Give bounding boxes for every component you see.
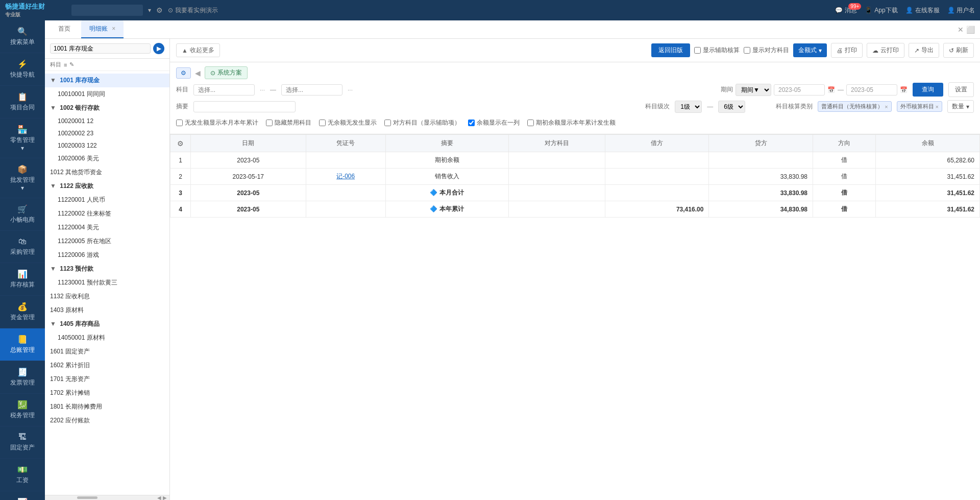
sidebar-item-ecommerce[interactable]: 🛒 小畅电商 — [0, 198, 45, 231]
sidebar-item-contracts[interactable]: 📋 项目合同 — [0, 86, 45, 118]
sidebar-item-quicknav[interactable]: ⚡ 快捷导航 — [0, 53, 45, 86]
checkbox-no-balance-input[interactable] — [319, 120, 326, 126]
tab-close-btn[interactable]: × — [112, 25, 115, 32]
quantity-btn[interactable]: 数量▾ — [947, 100, 974, 113]
account-item-11220006[interactable]: 11220006 游戏 — [45, 248, 169, 262]
checkbox-hide-disabled[interactable]: 隐藏禁用科目 — [266, 118, 311, 127]
sidebar-item-assets[interactable]: 🏗 固定资产 — [0, 426, 45, 459]
sidebar-item-wholesale[interactable]: 📦 批发管理 ▾ — [0, 158, 45, 198]
topbar-search-input[interactable] — [71, 5, 143, 16]
account-item-10010001[interactable]: 10010001 同同同 — [45, 87, 169, 101]
refresh-btn[interactable]: ↺ 刷新 — [943, 43, 974, 58]
account-item-11220004[interactable]: 11220004 美元 — [45, 221, 169, 234]
collapse-arrow[interactable]: ◀ — [195, 69, 201, 77]
subject-input[interactable] — [193, 84, 255, 96]
account-item-10020001[interactable]: 10020001 12 — [45, 115, 169, 127]
account-item-1001[interactable]: ▼ 1001 库存现金 — [45, 74, 169, 87]
print-btn[interactable]: 🖨 打印 — [831, 43, 863, 58]
account-item-11220002[interactable]: 11220002 往来标签 — [45, 207, 169, 221]
account-item-1701[interactable]: 1701 无形资产 — [45, 372, 169, 386]
account-item-1602[interactable]: 1602 累计折旧 — [45, 359, 169, 372]
checkbox-contra-subject[interactable]: 对方科目（显示辅助项） — [384, 118, 460, 127]
tab-ledger[interactable]: 明细账 × — [81, 20, 124, 38]
account-item-1801[interactable]: 1801 长期待摊费用 — [45, 400, 169, 414]
account-item-1123[interactable]: ▼ 1123 预付款 — [45, 262, 169, 276]
voucher-link-2[interactable]: 记-006 — [336, 173, 355, 180]
message-btn[interactable]: 💬 消息 99+ — [835, 6, 857, 15]
account-item-1132[interactable]: 1132 应收利息 — [45, 290, 169, 303]
show-aux-checkbox[interactable] — [694, 47, 701, 54]
summary-input[interactable] — [193, 101, 296, 112]
query-btn[interactable]: 查询 — [913, 83, 943, 97]
checkbox-hide-disabled-input[interactable] — [266, 120, 273, 126]
checkbox-no-balance[interactable]: 无余额无发生显示 — [319, 118, 377, 127]
account-item-11220001[interactable]: 11220001 人民币 — [45, 193, 169, 207]
account-item-11220005[interactable]: 11220005 所在地区 — [45, 234, 169, 248]
demo-link[interactable]: ⊙ 我要看实例演示 — [168, 6, 218, 15]
sidebar-item-retail[interactable]: 🏪 零售管理 ▾ — [0, 118, 45, 158]
account-item-1002[interactable]: ▼ 1002 银行存款 — [45, 101, 169, 115]
account-edit-icon[interactable]: ✎ — [69, 61, 74, 68]
tab-maximize-icon[interactable]: ⬜ — [966, 26, 975, 34]
sidebar-item-purchase[interactable]: 🛍 采购管理 — [0, 231, 45, 263]
sidebar-item-capital[interactable]: 💰 资金管理 — [0, 296, 45, 328]
account-item-1601[interactable]: 1601 固定资产 — [45, 345, 169, 359]
sidebar-item-salary[interactable]: 💵 工资 — [0, 459, 45, 491]
account-menu-icon[interactable]: ≡ — [64, 62, 67, 68]
settings-btn[interactable]: 设置 — [948, 82, 974, 97]
account-item-2202[interactable]: 2202 应付账款 — [45, 414, 169, 427]
user-menu[interactable]: 👤 用户名 — [947, 6, 975, 15]
checkbox-no-amount[interactable]: 无发生额显示本月本年累计 — [176, 118, 258, 127]
show-contra-checkbox[interactable] — [744, 47, 750, 54]
topbar-settings-icon[interactable]: ⚙ — [156, 6, 163, 14]
currency-mode-btn[interactable]: 金额式 ▾ — [793, 43, 827, 57]
level-end-select[interactable]: 6级 5级 4级 — [718, 101, 745, 113]
checkbox-opening-ytd-input[interactable] — [527, 120, 534, 126]
account-item-1702[interactable]: 1702 累计摊销 — [45, 386, 169, 400]
sidebar-item-search[interactable]: 🔍 搜索菜单 — [0, 20, 45, 53]
checkbox-balance-one-col[interactable]: 余额显示在一列 — [468, 118, 520, 127]
scroll-left-btn[interactable]: ◀ — [157, 495, 161, 500]
account-item-10020002[interactable]: 10020002 23 — [45, 127, 169, 139]
period-cal-icon[interactable]: 📅 — [827, 86, 835, 93]
account-item-14050001[interactable]: 14050001 原材料 — [45, 331, 169, 345]
account-item-1012[interactable]: 1012 其他货币资金 — [45, 165, 169, 179]
scroll-right-btn[interactable]: ▶ — [163, 495, 167, 500]
tab-close-window-icon[interactable]: ✕ — [958, 26, 964, 34]
account-item-10020003[interactable]: 10020003 122 — [45, 139, 169, 152]
filter-settings-btn[interactable]: ⚙ — [176, 67, 191, 79]
account-scrollbar[interactable]: ◀ ▶ — [45, 495, 169, 500]
sidebar-item-invoice[interactable]: 🧾 发票管理 — [0, 361, 45, 394]
table-settings-btn[interactable]: ⚙ — [177, 139, 184, 148]
account-item-1403[interactable]: 1403 原材料 — [45, 303, 169, 317]
filter-tag-foreign-close[interactable]: × — [936, 104, 939, 110]
period-start-input[interactable] — [774, 84, 825, 96]
level-start-select[interactable]: 1级 2级 3级 — [675, 101, 702, 113]
sidebar-item-ledger[interactable]: 📒 总账管理 — [0, 328, 45, 361]
system-scheme-btn[interactable]: ⊙ 系统方案 — [205, 66, 248, 79]
sidebar-item-tax[interactable]: 💹 税务管理 — [0, 394, 45, 426]
account-item-10020006[interactable]: 10020006 美元 — [45, 152, 169, 165]
show-contra-checkbox-label[interactable]: 显示对方科目 — [744, 46, 789, 55]
cloud-print-btn[interactable]: ☁ 云打印 — [867, 43, 904, 58]
account-item-11230001[interactable]: 11230001 预付款黄三 — [45, 276, 169, 290]
checkbox-no-amount-input[interactable] — [176, 120, 183, 126]
return-old-btn[interactable]: 返回旧版 — [651, 43, 690, 57]
app-download-btn[interactable]: 📱 App下载 — [865, 6, 897, 15]
checkbox-opening-ytd[interactable]: 期初余额显示本年累计发生额 — [527, 118, 616, 127]
show-aux-checkbox-label[interactable]: 显示辅助核算 — [694, 46, 740, 55]
period-type-select[interactable]: 期间▼ — [736, 84, 771, 96]
service-btn[interactable]: 👤 在线客服 — [905, 6, 940, 15]
checkbox-balance-one-col-input[interactable] — [468, 120, 475, 126]
sidebar-item-operations[interactable]: 📈 经营管理 — [0, 491, 45, 500]
subject-input-end[interactable] — [281, 84, 342, 96]
account-item-1122[interactable]: ▼ 1122 应收款 — [45, 179, 169, 193]
tab-home[interactable]: 首页 — [50, 20, 79, 38]
export-btn[interactable]: ↗ 导出 — [909, 43, 939, 58]
period-end-input[interactable] — [846, 84, 897, 96]
topbar-dropdown-btn[interactable]: ▾ — [148, 7, 151, 14]
sidebar-item-inventory[interactable]: 📊 库存核算 — [0, 263, 45, 296]
collapse-filter-btn[interactable]: ▲ 收起更多 — [176, 43, 220, 57]
filter-tag-normal-close[interactable]: × — [885, 104, 888, 110]
account-search-input[interactable] — [54, 45, 147, 52]
